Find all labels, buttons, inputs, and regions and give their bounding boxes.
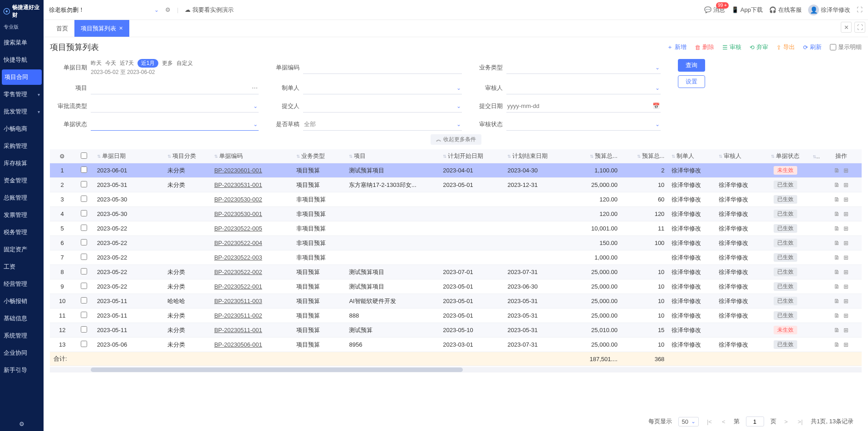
date-chip[interactable]: 自定义	[177, 59, 193, 67]
more-icon[interactable]: ⊞	[843, 196, 848, 203]
sidebar-item[interactable]: 搜索菜单	[0, 34, 44, 51]
sidebar-item[interactable]: 新手引导	[0, 362, 44, 379]
row-checkbox[interactable]	[81, 225, 87, 231]
col-maker[interactable]: ⇅制单人	[668, 149, 715, 163]
table-row[interactable]: 122023-05-11未分类BP-20230511-001项目预算测试预算20…	[50, 323, 862, 338]
code-link[interactable]: BP-20230522-004	[214, 240, 262, 246]
sidebar-item[interactable]: 固定资产	[0, 241, 44, 258]
flow-type-select[interactable]: ⌄	[91, 100, 259, 113]
collapse-filters-button[interactable]: ︽收起更多条件	[431, 134, 481, 145]
view-icon[interactable]: 🗎	[834, 283, 840, 290]
horizontal-scrollbar[interactable]	[50, 367, 862, 372]
sidebar-item[interactable]: 小畅报销	[0, 293, 44, 310]
calendar-icon[interactable]: 📅	[652, 103, 660, 109]
table-row[interactable]: 32023-05-30BP-20230530-002非项目预算120.0060徐…	[50, 192, 862, 207]
select-all-checkbox[interactable]	[81, 152, 87, 159]
row-checkbox[interactable]	[81, 181, 87, 187]
sidebar-item[interactable]: 税务管理	[0, 224, 44, 241]
auditor-select[interactable]: ⌄	[506, 82, 661, 94]
code-link[interactable]: BP-20230522-002	[214, 269, 262, 275]
support-link[interactable]: 🎧 在线客服	[769, 6, 802, 14]
row-checkbox[interactable]	[81, 297, 87, 304]
date-chip[interactable]: 更多	[162, 59, 173, 67]
user-menu[interactable]: 👤 徐泽华修改	[808, 5, 850, 15]
view-icon[interactable]: 🗎	[834, 269, 840, 275]
col-category[interactable]: ⇅项目分类	[164, 149, 211, 163]
sidebar-item[interactable]: 库存核算	[0, 155, 44, 172]
row-checkbox[interactable]	[81, 341, 87, 347]
sidebar-item[interactable]: 快捷导航	[0, 51, 44, 69]
col-budget-sum2[interactable]: ⇅预算总...	[621, 149, 668, 163]
tab-close-all-icon[interactable]: ✕	[841, 22, 852, 33]
first-page-button[interactable]: |<	[705, 418, 714, 425]
sidebar-item[interactable]: 采购管理	[0, 137, 44, 155]
per-page-select[interactable]: 50⌄	[678, 417, 698, 426]
table-row[interactable]: 42023-05-30BP-20230530-001非项目预算120.00120…	[50, 207, 862, 221]
table-row[interactable]: 62023-05-22BP-20230522-004非项目预算150.00100…	[50, 236, 862, 250]
org-title[interactable]: 徐老板勿删！	[49, 6, 84, 14]
org-settings-icon[interactable]: ⚙	[165, 6, 171, 13]
audit-status-select[interactable]: ⌄	[506, 118, 661, 131]
sidebar-item[interactable]: 经营管理	[0, 275, 44, 293]
delete-button[interactable]: 🗑删除	[695, 43, 714, 51]
sidebar-item[interactable]: 总账管理	[0, 189, 44, 206]
more-icon[interactable]: ⊞	[843, 211, 848, 217]
code-link[interactable]: BP-20230511-001	[214, 327, 262, 333]
col-end-date[interactable]: ⇅计划结束日期	[504, 149, 568, 163]
row-checkbox[interactable]	[81, 167, 87, 173]
show-detail-toggle[interactable]: 显示明细	[830, 43, 862, 51]
view-icon[interactable]: 🗎	[834, 327, 840, 333]
tab[interactable]: 项目预算列表✕	[74, 20, 129, 37]
tab-fullscreen-icon[interactable]: ⛶	[854, 22, 865, 33]
sidebar-item[interactable]: 发票管理	[0, 206, 44, 224]
row-checkbox[interactable]	[81, 283, 87, 289]
col-date[interactable]: ⇅单据日期	[93, 149, 164, 163]
biz-type-select[interactable]: ⌄	[506, 61, 661, 74]
row-checkbox[interactable]	[81, 326, 87, 333]
refresh-button[interactable]: ⟳刷新	[803, 43, 822, 51]
row-checkbox[interactable]	[81, 210, 87, 216]
column-settings-header[interactable]: ⚙	[50, 149, 74, 163]
col-status[interactable]: ⇅单据状态	[762, 149, 809, 163]
audit-button[interactable]: ☰审核	[722, 43, 741, 51]
table-row[interactable]: 22023-05-31未分类BP-20230531-001项目预算东方塞纳17-…	[50, 178, 862, 192]
is-draft-select[interactable]: 全部⌄	[303, 118, 462, 131]
sidebar-item[interactable]: 资金管理	[0, 172, 44, 189]
messages-link[interactable]: 💬 消息 99 +	[704, 6, 725, 14]
tab[interactable]: 首页	[50, 20, 74, 37]
view-icon[interactable]: 🗎	[834, 211, 840, 217]
more-icon[interactable]: ⊞	[843, 181, 848, 188]
filter-settings-button[interactable]: 设置	[678, 75, 705, 88]
view-icon[interactable]: 🗎	[834, 167, 840, 174]
scrollbar-thumb[interactable]	[91, 367, 463, 372]
more-icon[interactable]: ⊞	[843, 167, 848, 174]
more-icon[interactable]: ⊞	[843, 298, 848, 304]
code-link[interactable]: BP-20230511-002	[214, 312, 262, 319]
code-link[interactable]: BP-20230530-002	[214, 196, 262, 203]
table-row[interactable]: 72023-05-22BP-20230522-003非项目预算1,000.00徐…	[50, 250, 862, 265]
code-link[interactable]: BP-20230511-003	[214, 298, 262, 304]
col-budget-sum1[interactable]: ⇅预算总...	[569, 149, 621, 163]
sidebar-item[interactable]: 小畅电商	[0, 120, 44, 137]
tab-close-icon[interactable]: ✕	[119, 25, 123, 31]
project-input[interactable]: ⋯	[91, 82, 259, 94]
table-row[interactable]: 52023-05-22BP-20230522-005非项目预算10,001.00…	[50, 221, 862, 236]
date-chip[interactable]: 今天	[105, 59, 116, 67]
table-row[interactable]: 102023-05-11哈哈哈BP-20230511-003项目预算AI智能软硬…	[50, 294, 862, 309]
col-auditor[interactable]: ⇅审核人	[715, 149, 762, 163]
row-checkbox[interactable]	[81, 268, 87, 274]
table-row[interactable]: 82023-05-22未分类BP-20230522-002项目预算测试预算项目2…	[50, 265, 862, 279]
table-row[interactable]: 12023-06-01未分类BP-20230601-001项目预算测试预算项目2…	[50, 163, 862, 178]
sidebar-item[interactable]: 项目合同	[2, 69, 42, 85]
demo-link[interactable]: ☁ 我要看实例演示	[185, 6, 234, 14]
org-dropdown-icon[interactable]: ⌄	[154, 7, 159, 13]
view-icon[interactable]: 🗎	[834, 181, 840, 188]
row-checkbox[interactable]	[81, 312, 87, 318]
query-button[interactable]: 查询	[678, 59, 705, 72]
view-icon[interactable]: 🗎	[834, 196, 840, 203]
export-button[interactable]: ⇪导出	[776, 43, 795, 51]
sidebar-settings-icon[interactable]: ⚙	[0, 417, 44, 431]
sidebar-item[interactable]: 系统管理	[0, 327, 44, 344]
submit-date-input[interactable]: 📅	[506, 100, 661, 113]
more-icon[interactable]: ⊞	[843, 269, 848, 275]
